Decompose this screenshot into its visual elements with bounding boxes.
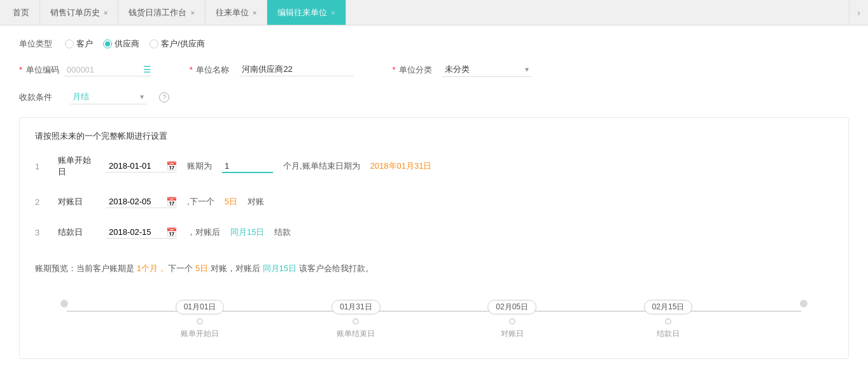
unit-code-input[interactable] (64, 64, 141, 76)
unit-code-icon[interactable]: ☰ (143, 64, 151, 74)
timeline-node-4: 02月15日 结款日 (644, 300, 693, 339)
tl-caption-3: 对账日 (501, 328, 524, 339)
row-num-3: 3 (35, 228, 48, 237)
unit-type-label: 单位类型 (19, 38, 52, 50)
period-input-1[interactable] (222, 160, 273, 173)
tab-partner-close[interactable]: × (253, 9, 256, 17)
timeline-node-2: 01月31日 账单结束日 (332, 300, 381, 339)
radio-customer-label: 客户 (76, 38, 93, 50)
tab-sales-history[interactable]: 销售订单历史 × (40, 0, 118, 25)
preview-text: 账期预览：当前客户账期是 1个月， 下一个 5日 对账，对账后 同月15日 该客… (35, 257, 833, 281)
timeline-node-3: 02月05日 对账日 (487, 300, 536, 339)
radio-both-circle (150, 39, 158, 48)
period-post-1: 个月,账单结束日期为 (283, 160, 360, 172)
condition-row-3: 3 结款日 📅 ，对账后 同月15日 结款 (35, 226, 833, 239)
unit-category-value: 未分类 (445, 64, 525, 75)
period-highlight-3: 同月15日 (230, 227, 264, 238)
tab-cash-close[interactable]: × (190, 9, 194, 17)
calendar-icon-1[interactable]: 📅 (166, 161, 177, 171)
date-field-3[interactable] (106, 226, 164, 238)
radio-supplier[interactable]: 供应商 (103, 38, 139, 50)
tl-badge-2: 01月31日 (332, 300, 381, 314)
period-pre-3: ，对账后 (187, 227, 220, 238)
unit-type-radio-group: 客户 供应商 客户/供应商 (65, 38, 205, 50)
unit-name-input[interactable] (239, 64, 354, 76)
payment-select[interactable]: 月结 ▾ (70, 90, 146, 104)
radio-supplier-dot (105, 41, 110, 46)
condition-row-1: 1 账单开始日 📅 账期为 个月,账单结束日期为 2018年01月31日 (35, 155, 833, 178)
preview-h3: 同月15日 (263, 264, 297, 273)
tab-edit-partner[interactable]: 编辑往来单位 × (267, 0, 346, 25)
tl-caption-1: 账单开始日 (181, 328, 219, 339)
tl-caption-4: 结款日 (657, 328, 680, 339)
payment-condition-row: 收款条件 月结 ▾ ? (19, 90, 849, 104)
period-post-2: 对账 (248, 196, 264, 208)
unit-code-label: * 单位编码 (19, 64, 59, 76)
tab-partner-label: 往来单位 (216, 7, 249, 18)
period-highlight-1: 2018年01月31日 (370, 160, 432, 172)
condition-label-3: 结款日 (58, 227, 96, 238)
tab-home-label: 首页 (13, 7, 29, 18)
tab-cash-label: 钱货日清工作台 (129, 7, 186, 18)
preview-prefix: 账期预览：当前客户账期是 (35, 264, 134, 273)
unit-category-group: * 单位分类 未分类 ▾ (392, 62, 531, 77)
date-input-1: 📅 (106, 160, 177, 172)
tl-badge-4: 02月15日 (644, 300, 693, 314)
radio-both-label: 客户/供应商 (161, 38, 205, 50)
tab-cash-work[interactable]: 钱货日清工作台 × (118, 0, 205, 25)
radio-supplier-label: 供应商 (115, 38, 139, 50)
tab-partner[interactable]: 往来单位 × (206, 0, 267, 25)
tab-sales-close[interactable]: × (104, 9, 108, 17)
calendar-icon-3[interactable]: 📅 (166, 227, 177, 237)
timeline-node-start (60, 300, 68, 339)
unit-name-star: * (190, 65, 193, 74)
section-title: 请按照未来的一个完整帐期进行设置 (35, 130, 833, 142)
preview-h2: 5日 (195, 264, 208, 273)
radio-both[interactable]: 客户/供应商 (150, 38, 205, 50)
unit-category-select[interactable]: 未分类 ▾ (442, 62, 531, 77)
period-pre-1: 账期为 (187, 160, 212, 172)
calendar-icon-2[interactable]: 📅 (166, 197, 177, 207)
tl-caption-2: 账单结束日 (337, 328, 375, 339)
tl-dot-end (800, 300, 808, 307)
payment-section: 请按照未来的一个完整帐期进行设置 1 账单开始日 📅 账期为 个月,账单结束日期… (19, 117, 849, 359)
preview-h1: 1个月， (137, 264, 166, 273)
period-highlight-2: 5日 (225, 196, 237, 208)
timeline-node-end (800, 300, 808, 339)
payment-label: 收款条件 (19, 92, 52, 103)
radio-customer[interactable]: 客户 (65, 38, 93, 50)
timeline-node-1: 01月01日 账单开始日 (176, 300, 225, 339)
main-content: 单位类型 客户 供应商 客户/供应商 * 单位编码 (0, 25, 868, 387)
condition-label-2: 对账日 (58, 196, 96, 208)
tl-dot-2 (353, 318, 359, 325)
unit-category-label: * 单位分类 (392, 64, 432, 76)
unit-info-row: * 单位编码 ☰ * 单位名称 * 单位分类 未分类 ▾ (19, 62, 849, 77)
preview-mid2: 对账，对账后 (211, 264, 260, 273)
unit-name-group: * 单位名称 (190, 64, 354, 76)
tl-badge-3: 02月05日 (487, 300, 536, 314)
tab-edit-partner-close[interactable]: × (331, 9, 335, 17)
period-pre-2: ,下一个 (187, 196, 214, 208)
date-input-2: 📅 (106, 195, 177, 208)
date-field-2[interactable] (106, 195, 164, 208)
tl-dot-3 (509, 318, 515, 325)
unit-code-star: * (19, 65, 22, 74)
period-post-3: 结款 (274, 227, 291, 238)
date-field-1[interactable] (106, 160, 164, 172)
date-input-3: 📅 (106, 226, 177, 239)
tab-edit-partner-label: 编辑往来单位 (277, 7, 327, 18)
preview-suffix: 该客户会给我打款。 (299, 264, 374, 273)
timeline-wrap: 01月01日 账单开始日 01月31日 账单结束日 02月05日 对账日 (35, 293, 833, 346)
radio-customer-circle (65, 39, 74, 48)
tl-dot-4 (665, 318, 671, 325)
payment-help-icon[interactable]: ? (159, 92, 169, 102)
tl-dot-1 (197, 318, 203, 325)
tab-arrow[interactable]: › (849, 0, 868, 25)
tab-home[interactable]: 首页 (0, 0, 40, 25)
row-num-2: 2 (35, 197, 48, 207)
unit-type-row: 单位类型 客户 供应商 客户/供应商 (19, 38, 849, 50)
payment-value: 月结 (73, 91, 140, 102)
unit-code-input-group: ☰ (64, 64, 151, 76)
payment-arrow: ▾ (140, 92, 144, 101)
row-num-1: 1 (35, 162, 48, 171)
